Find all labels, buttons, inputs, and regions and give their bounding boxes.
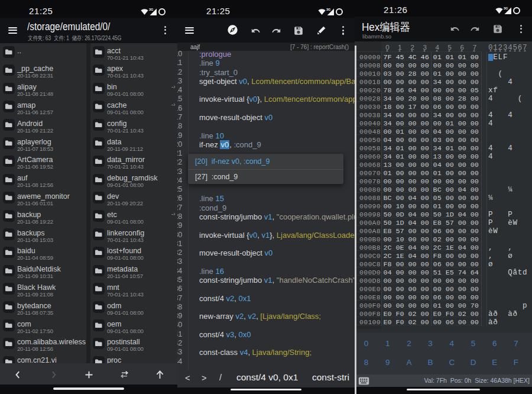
svg-text:3G: 3G [149,8,153,11]
svg-text:3G: 3G [326,8,330,11]
svg-text:3G: 3G [504,7,508,10]
